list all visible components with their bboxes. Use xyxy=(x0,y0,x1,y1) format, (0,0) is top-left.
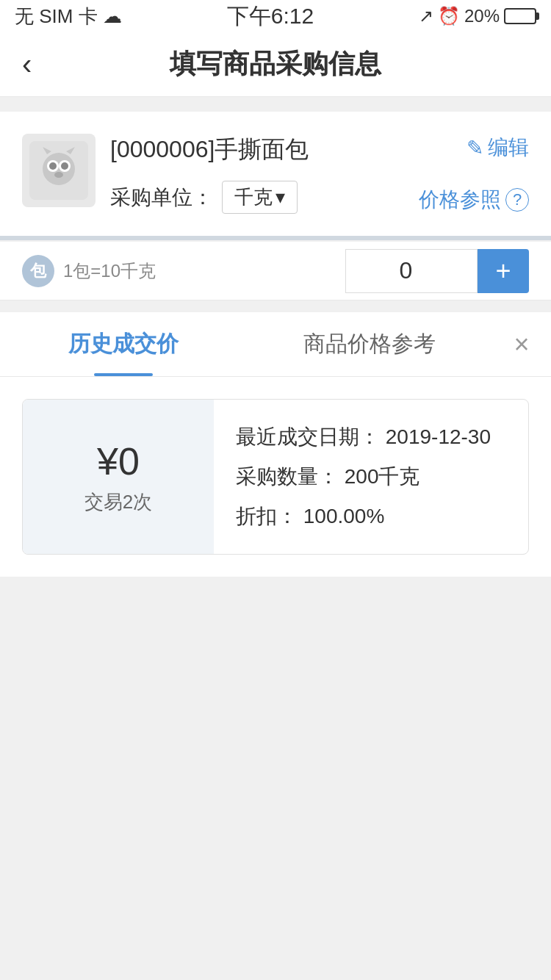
sim-status: 无 SIM 卡 ☁ xyxy=(15,4,122,29)
history-card: ¥0 交易2次 最近成交日期： 2019-12-30 采购数量： 200千克 折… xyxy=(22,399,529,555)
unit-value: 千克 xyxy=(234,184,273,210)
tabs-section: 历史成交价 商品价格参考 × xyxy=(0,312,551,377)
product-thumbnail xyxy=(29,141,88,200)
price-ref-button[interactable]: 价格参照 ? xyxy=(419,186,529,214)
quantity-input[interactable] xyxy=(345,249,478,293)
history-count: 交易2次 xyxy=(84,489,152,515)
unit-label: 包 1包=10千克 xyxy=(22,255,156,287)
location-icon: ↗ xyxy=(419,6,433,26)
nav-bar: ‹ 填写商品采购信息 xyxy=(0,32,551,97)
tab-history-price[interactable]: 历史成交价 xyxy=(0,312,246,376)
svg-point-4 xyxy=(49,162,57,170)
status-left: 无 SIM 卡 ☁ xyxy=(15,4,122,29)
svg-point-5 xyxy=(61,162,68,170)
discount-row: 折扣： 100.00% xyxy=(236,501,506,532)
dropdown-icon: ▾ xyxy=(276,186,285,209)
unit-badge: 包 xyxy=(22,255,54,287)
discount-label: 折扣： xyxy=(236,505,298,527)
main-content-area xyxy=(0,577,551,980)
product-card: [0000006]手撕面包 采购单位： 千克 ▾ ✎ 编辑 价格参照 ? xyxy=(0,112,551,236)
price-ref-label: 价格参照 xyxy=(419,186,501,214)
page-title: 填写商品采购信息 xyxy=(170,46,381,82)
quantity-section: 包 1包=10千克 + xyxy=(0,242,551,300)
history-left: ¥0 交易2次 xyxy=(23,400,214,554)
recent-date-value: 2019-12-30 xyxy=(386,425,491,448)
unit-char: 包 xyxy=(30,260,46,282)
status-bar: 无 SIM 卡 ☁ 下午6:12 ↗ ⏰ 20% xyxy=(0,0,551,32)
alarm-icon: ⏰ xyxy=(438,6,460,26)
history-section: ¥0 交易2次 最近成交日期： 2019-12-30 采购数量： 200千克 折… xyxy=(0,377,551,577)
product-image xyxy=(22,134,96,207)
edit-button[interactable]: ✎ 编辑 xyxy=(467,134,529,162)
purchase-qty-row: 采购数量： 200千克 xyxy=(236,461,506,492)
recent-date-row: 最近成交日期： 2019-12-30 xyxy=(236,422,506,453)
recent-date-label: 最近成交日期： xyxy=(236,425,380,448)
battery-icon xyxy=(504,8,536,24)
history-price: ¥0 xyxy=(97,439,140,483)
edit-label: 编辑 xyxy=(488,134,529,162)
plus-button[interactable]: + xyxy=(478,249,529,293)
purchase-qty-label: 采购数量： xyxy=(236,465,339,488)
tab-price-ref-label: 商品价格参考 xyxy=(303,329,436,359)
purchase-unit-label: 采购单位： xyxy=(110,184,213,212)
section-divider xyxy=(0,236,551,240)
tab-close-button[interactable]: × xyxy=(492,329,551,360)
status-right: ↗ ⏰ 20% xyxy=(419,6,536,26)
status-time: 下午6:12 xyxy=(227,1,314,32)
svg-point-1 xyxy=(43,153,75,185)
tab-history-label: 历史成交价 xyxy=(68,329,179,359)
help-icon: ? xyxy=(505,188,529,212)
quantity-input-group: + xyxy=(345,249,529,293)
unit-conversion: 1包=10千克 xyxy=(63,259,156,283)
discount-value: 100.00% xyxy=(303,505,385,527)
svg-point-6 xyxy=(54,172,63,178)
history-right: 最近成交日期： 2019-12-30 采购数量： 200千克 折扣： 100.0… xyxy=(214,400,528,554)
purchase-qty-value: 200千克 xyxy=(345,465,420,488)
edit-icon: ✎ xyxy=(467,136,483,160)
unit-select[interactable]: 千克 ▾ xyxy=(222,181,298,214)
battery-percent: 20% xyxy=(464,6,500,26)
tab-product-price-ref[interactable]: 商品价格参考 xyxy=(246,312,492,376)
back-button[interactable]: ‹ xyxy=(22,48,46,81)
